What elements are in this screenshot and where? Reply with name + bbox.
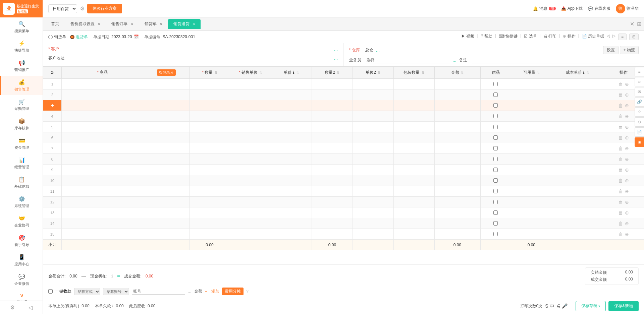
radio-sale-input[interactable] (48, 35, 53, 39)
toolbar-print[interactable]: 🖨 打印 (543, 34, 556, 40)
right-panel-btn-active[interactable]: ▣ (635, 137, 644, 147)
sidebar-item-member[interactable]: V 畅会员 (0, 290, 43, 301)
printer-icon-1[interactable]: S (545, 303, 548, 309)
row-amount[interactable] (434, 89, 480, 100)
row-unit[interactable] (230, 132, 271, 143)
add-row-btn[interactable]: + (51, 103, 54, 109)
row-avail[interactable] (511, 122, 552, 132)
industry-select[interactable]: 日用百货 (48, 4, 77, 13)
gift-checkbox[interactable] (493, 232, 498, 236)
gift-checkbox[interactable] (493, 82, 498, 86)
tab-sale-goods-close[interactable]: × (160, 22, 162, 26)
warehouse-lookup-btn[interactable]: … (376, 48, 380, 53)
new-row-product[interactable] (61, 100, 143, 111)
gift-checkbox[interactable] (493, 221, 498, 226)
toolbar-video[interactable]: ▶ 视频 (461, 34, 474, 40)
row-gift[interactable] (480, 132, 511, 143)
row-cost[interactable] (552, 122, 603, 132)
delete-row-btn[interactable]: 🗑 (618, 124, 623, 130)
user-menu[interactable]: 徐 徐泽华 (616, 4, 639, 13)
sidebar-collapse-btn[interactable]: ◁ (29, 304, 33, 311)
new-row-unit2[interactable] (353, 100, 393, 111)
row-pkg[interactable] (393, 111, 434, 122)
row-avail[interactable] (511, 79, 552, 89)
date-value[interactable]: 2023-03-20 (111, 35, 132, 39)
notice-btn[interactable]: 🔔 消息 70 (533, 6, 556, 11)
tab-sale-return[interactable]: 销货退货 × (168, 19, 200, 29)
new-row-qty2[interactable] (312, 100, 353, 111)
row-cost[interactable] (552, 89, 603, 100)
copy-row-btn[interactable]: ⊕ (625, 135, 629, 140)
customer-input[interactable] (66, 46, 331, 52)
copy-row-btn[interactable]: ⊕ (625, 210, 629, 215)
gift-checkbox[interactable] (493, 135, 498, 140)
bill-method-select[interactable]: 结算账号 (103, 288, 129, 295)
right-panel-btn-4[interactable]: 🔗 (635, 97, 644, 107)
payment-method-select[interactable]: 结算方式 (74, 288, 100, 295)
gift-checkbox[interactable] (493, 114, 498, 118)
row-cost[interactable] (552, 111, 603, 122)
radio-sale-goods[interactable]: 销货单 (48, 34, 66, 40)
copy-row-btn[interactable]: ⊕ (625, 114, 629, 119)
sidebar-settings-btn[interactable]: ⚙ (10, 304, 15, 311)
row-amount[interactable] (434, 132, 480, 143)
add-row-cell[interactable]: + (43, 100, 62, 111)
staff-lookup-btn[interactable]: … (452, 58, 457, 63)
new-row-amount[interactable] (434, 100, 480, 111)
remark-input[interactable] (472, 57, 639, 63)
app-download-btn[interactable]: 📥 App下载 (561, 6, 583, 11)
right-panel-btn-1[interactable]: ≡ (635, 67, 644, 76)
right-panel-btn-3[interactable]: ✉ (635, 87, 644, 97)
gift-checkbox[interactable] (493, 92, 498, 97)
delete-row-btn[interactable]: 🗑 (618, 189, 623, 194)
row-cost[interactable] (552, 79, 603, 89)
customer-lookup-btn[interactable]: … (334, 47, 338, 52)
new-row-pkg[interactable] (393, 100, 434, 111)
next-record-btn[interactable]: ▷ (612, 34, 615, 40)
sidebar-item-operation[interactable]: 📊 经营管理 (0, 153, 43, 173)
copy-row-btn[interactable]: ⊕ (625, 81, 629, 87)
sidebar-item-appstore[interactable]: 📱 应用中心 (0, 251, 43, 270)
right-panel-btn-5[interactable]: ☆ (635, 107, 644, 117)
new-row-price[interactable] (271, 100, 312, 111)
customer-addr-lookup-btn[interactable]: … (334, 56, 338, 61)
cumulative-help[interactable]: ℹ (112, 304, 113, 308)
row-price[interactable] (271, 111, 312, 122)
gift-checkbox[interactable] (493, 200, 498, 204)
delete-row-btn[interactable]: 🗑 (618, 178, 623, 183)
tab-sale-price[interactable]: 售价提取设置 × (65, 19, 105, 29)
row-avail[interactable] (511, 132, 552, 143)
col-gear-header[interactable]: ⚙ (43, 67, 62, 79)
row-product[interactable] (61, 79, 143, 89)
delete-row-btn[interactable]: 🗑 (618, 81, 623, 87)
delete-new-row-btn[interactable]: 🗑 (618, 103, 623, 108)
delete-row-btn[interactable]: 🗑 (618, 221, 623, 226)
row-price[interactable] (271, 89, 312, 100)
delete-row-btn[interactable]: 🗑 (618, 199, 623, 205)
printer-icon-4[interactable]: 🎤 (562, 303, 568, 309)
sidebar-item-guide[interactable]: 🎯 新手引导 (0, 231, 43, 251)
sidebar-item-purchase[interactable]: 🛒 采购管理 (0, 95, 43, 115)
row-qty[interactable] (189, 79, 230, 89)
row-price[interactable] (271, 79, 312, 89)
row-qty[interactable] (189, 89, 230, 100)
sidebar-item-finance[interactable]: 💳 资金管理 (0, 134, 43, 153)
sidebar-item-marketing[interactable]: 📢 营销推广 (0, 56, 43, 76)
row-product[interactable] (61, 111, 143, 122)
row-product[interactable] (61, 132, 143, 143)
delete-row-btn[interactable]: 🗑 (618, 92, 623, 98)
copy-row-btn[interactable]: ⊕ (625, 199, 629, 205)
delete-row-btn[interactable]: 🗑 (618, 114, 623, 119)
sidebar-item-enterprise[interactable]: 🤝 企业协同 (0, 212, 43, 231)
copy-row-btn[interactable]: ⊕ (625, 124, 629, 130)
toolbar-operate[interactable]: ⊙ 操作 (563, 34, 575, 40)
row-product[interactable] (61, 122, 143, 132)
row-pkg[interactable] (393, 122, 434, 132)
new-gift-checkbox[interactable] (493, 103, 498, 108)
account-no-input[interactable] (132, 288, 185, 295)
sidebar-item-inventory[interactable]: 📦 库存核算 (0, 115, 43, 134)
delete-row-btn[interactable]: 🗑 (618, 167, 623, 173)
add-fee-btn[interactable]: + + 添加 (205, 289, 219, 294)
save-draft-btn[interactable]: 保存草稿 ▾ (576, 301, 606, 311)
copy-row-btn[interactable]: ⊕ (625, 167, 629, 173)
